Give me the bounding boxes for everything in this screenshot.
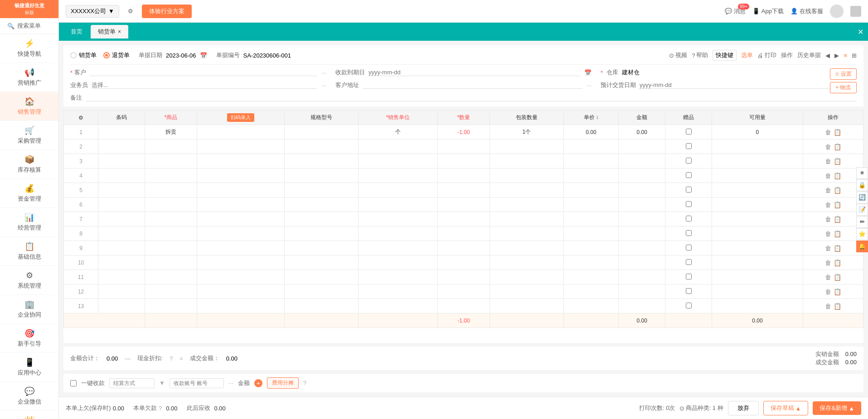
cell-amount[interactable]: 0.00 bbox=[619, 125, 665, 140]
cell-unit[interactable] bbox=[359, 270, 438, 284]
cell-gift[interactable] bbox=[665, 125, 712, 140]
cell-product[interactable] bbox=[145, 154, 197, 169]
cell-gift[interactable] bbox=[665, 284, 712, 299]
sidebar-item-member[interactable]: 👑 畅会员 bbox=[0, 411, 58, 419]
save-draft-chevron[interactable]: ▲ bbox=[795, 405, 801, 412]
cell-pack-qty[interactable] bbox=[490, 270, 563, 284]
cell-unit-price[interactable] bbox=[563, 154, 618, 169]
sidebar-item-basic-info[interactable]: 📋 基础信息 bbox=[0, 237, 58, 266]
cell-unit-price[interactable] bbox=[563, 226, 618, 241]
copy-row-icon[interactable]: 📋 bbox=[834, 143, 841, 150]
cell-quantity[interactable] bbox=[438, 140, 490, 154]
cell-amount[interactable] bbox=[619, 284, 665, 299]
cell-unit[interactable] bbox=[359, 255, 438, 270]
cell-barcode[interactable] bbox=[98, 241, 145, 255]
logistics-button[interactable]: + 物流 bbox=[830, 82, 857, 93]
app-download-button[interactable]: 📱 App下载 bbox=[752, 7, 784, 15]
cell-spec[interactable] bbox=[285, 255, 359, 270]
cell-unit-price[interactable] bbox=[563, 183, 618, 197]
cell-quantity[interactable] bbox=[438, 299, 490, 313]
cell-pack-qty[interactable] bbox=[490, 197, 563, 212]
cell-product[interactable] bbox=[145, 140, 197, 154]
cell-unit-price[interactable]: 0.00 bbox=[563, 125, 618, 140]
action-print[interactable]: 🖨 打印 bbox=[757, 51, 776, 59]
cell-gift[interactable] bbox=[665, 270, 712, 284]
copy-row-icon[interactable]: 📋 bbox=[834, 172, 841, 179]
expense-split-button[interactable]: 费用分摊 bbox=[267, 377, 299, 389]
customer-input[interactable] bbox=[90, 69, 317, 76]
cell-gift[interactable] bbox=[665, 183, 712, 197]
cell-barcode[interactable] bbox=[98, 183, 145, 197]
cell-amount[interactable] bbox=[619, 299, 665, 313]
copy-row-icon[interactable]: 📋 bbox=[834, 245, 841, 252]
copy-row-icon[interactable]: 📋 bbox=[834, 187, 841, 194]
cell-spec[interactable] bbox=[285, 212, 359, 226]
action-history[interactable]: 历史单据 bbox=[797, 51, 821, 59]
delete-row-icon[interactable]: 🗑 bbox=[825, 158, 831, 165]
cell-pack-qty[interactable] bbox=[490, 241, 563, 255]
cell-product[interactable] bbox=[145, 270, 197, 284]
cell-pack-qty[interactable] bbox=[490, 284, 563, 299]
cell-spec[interactable] bbox=[285, 226, 359, 241]
cell-spec[interactable] bbox=[285, 140, 359, 154]
delete-row-icon[interactable]: 🗑 bbox=[825, 201, 831, 208]
cell-spec[interactable] bbox=[285, 197, 359, 212]
address-dots[interactable]: ··· bbox=[587, 82, 592, 89]
cell-barcode[interactable] bbox=[98, 197, 145, 212]
cell-barcode[interactable] bbox=[98, 255, 145, 270]
cell-unit[interactable] bbox=[359, 197, 438, 212]
cell-unit-price[interactable] bbox=[563, 241, 618, 255]
debt-info-icon[interactable]: ? bbox=[159, 405, 162, 412]
cell-unit[interactable] bbox=[359, 140, 438, 154]
cell-barcode[interactable] bbox=[98, 140, 145, 154]
cell-spec[interactable] bbox=[285, 169, 359, 183]
cell-quantity[interactable] bbox=[438, 284, 490, 299]
col-settings[interactable]: ⚙ bbox=[64, 111, 98, 125]
cell-unit-price[interactable] bbox=[563, 299, 618, 313]
cell-gift[interactable] bbox=[665, 226, 712, 241]
cell-unit[interactable] bbox=[359, 212, 438, 226]
account-input[interactable] bbox=[170, 378, 224, 388]
cell-product[interactable] bbox=[145, 212, 197, 226]
cell-pack-qty[interactable]: 1个 bbox=[490, 125, 563, 140]
right-panel-btn-1[interactable]: ≡ bbox=[856, 167, 868, 179]
cell-quantity[interactable] bbox=[438, 183, 490, 197]
cell-unit[interactable] bbox=[359, 241, 438, 255]
cell-spec[interactable] bbox=[285, 183, 359, 197]
cell-quantity[interactable] bbox=[438, 270, 490, 284]
sidebar-item-quick-nav[interactable]: ⚡ 快捷导航 bbox=[0, 34, 58, 63]
cell-unit[interactable] bbox=[359, 226, 438, 241]
cell-spec[interactable] bbox=[285, 125, 359, 140]
message-button[interactable]: 💬 消息 99+ bbox=[725, 7, 746, 15]
cell-gift[interactable] bbox=[665, 197, 712, 212]
action-select[interactable]: 选单 bbox=[741, 51, 753, 59]
cell-gift[interactable] bbox=[665, 299, 712, 313]
sidebar-item-purchase[interactable]: 🛒 采购管理 bbox=[0, 121, 58, 150]
cell-product[interactable] bbox=[145, 197, 197, 212]
discard-button[interactable]: 放弃 bbox=[728, 401, 759, 415]
col-scan-btn[interactable]: 扫码录入 bbox=[197, 111, 284, 125]
delete-row-icon[interactable]: 🗑 bbox=[825, 288, 831, 295]
radio-return[interactable]: 退货单 bbox=[103, 51, 130, 59]
nav-next-icon[interactable]: ▶ bbox=[834, 52, 839, 59]
cell-unit-price[interactable] bbox=[563, 270, 618, 284]
cell-unit-price[interactable] bbox=[563, 255, 618, 270]
trial-button[interactable]: 体验行业方案 bbox=[142, 5, 192, 18]
company-selector[interactable]: XXXXXX公司 ▼ bbox=[66, 5, 119, 18]
delete-row-icon[interactable]: 🗑 bbox=[825, 143, 831, 150]
cell-unit[interactable] bbox=[359, 183, 438, 197]
cell-product[interactable]: 拆贡 bbox=[145, 125, 197, 140]
cell-gift[interactable] bbox=[665, 140, 712, 154]
delete-row-icon[interactable]: 🗑 bbox=[825, 187, 831, 194]
cell-barcode[interactable] bbox=[98, 284, 145, 299]
delete-row-icon[interactable]: 🗑 bbox=[825, 274, 831, 281]
cell-quantity[interactable] bbox=[438, 226, 490, 241]
cell-spec[interactable] bbox=[285, 270, 359, 284]
cell-spec[interactable] bbox=[285, 299, 359, 313]
cell-pack-qty[interactable] bbox=[490, 169, 563, 183]
payment-due-input[interactable] bbox=[369, 69, 581, 76]
expense-help-icon[interactable]: ? bbox=[303, 380, 306, 386]
sidebar-item-sales[interactable]: 🏠 销售管理 bbox=[0, 92, 58, 121]
discount-info-icon[interactable]: ? bbox=[170, 355, 173, 362]
delivery-date-input[interactable] bbox=[640, 82, 846, 89]
